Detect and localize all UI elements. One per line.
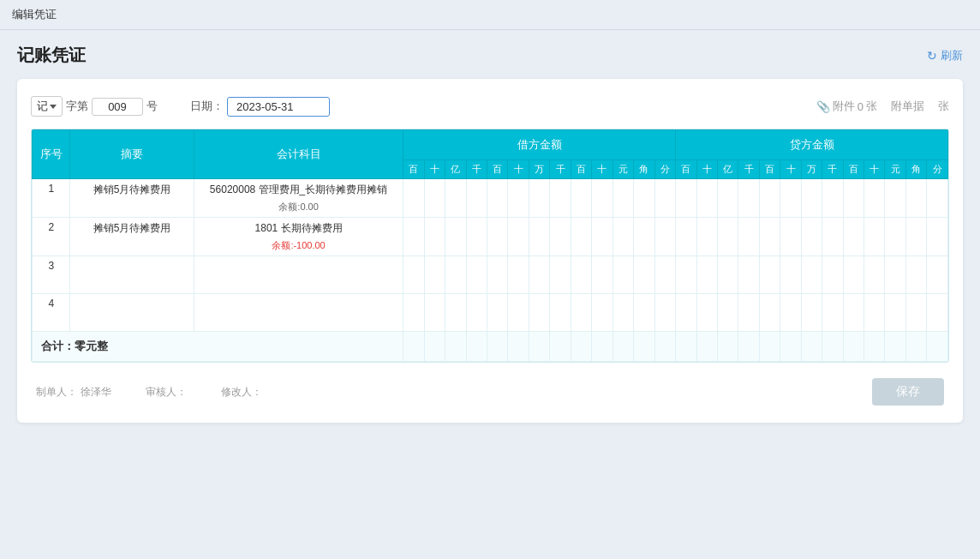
c4-7[interactable]	[822, 294, 843, 332]
c2-5[interactable]	[780, 218, 801, 256]
c1-2[interactable]	[717, 179, 738, 218]
d1-6[interactable]	[529, 179, 549, 218]
d4-5[interactable]	[508, 294, 529, 332]
c4-9[interactable]	[864, 294, 885, 332]
row-summary-1[interactable]: 摊销5月待摊费用	[70, 179, 194, 218]
row-summary-4[interactable]	[70, 294, 194, 332]
d1-11[interactable]	[634, 179, 654, 218]
c3-6[interactable]	[801, 256, 822, 294]
c4-0[interactable]	[676, 294, 696, 332]
d2-8[interactable]	[571, 218, 591, 256]
d2-12[interactable]	[654, 218, 676, 256]
d1-12[interactable]	[654, 179, 676, 218]
c4-4[interactable]	[759, 294, 780, 332]
d4-11[interactable]	[634, 294, 654, 332]
d1-2[interactable]	[445, 179, 466, 218]
d1-3[interactable]	[466, 179, 487, 218]
c3-11[interactable]	[905, 256, 926, 294]
d3-7[interactable]	[550, 256, 571, 294]
c1-0[interactable]	[676, 179, 696, 218]
c1-10[interactable]	[885, 179, 905, 218]
c2-7[interactable]	[822, 218, 843, 256]
c1-5[interactable]	[780, 179, 801, 218]
d3-3[interactable]	[466, 256, 487, 294]
c3-4[interactable]	[759, 256, 780, 294]
row-account-1[interactable]: 56020008 管理费用_长期待摊费用摊销 余额:0.00	[194, 179, 403, 218]
d4-12[interactable]	[654, 294, 676, 332]
c3-0[interactable]	[676, 256, 696, 294]
c2-4[interactable]	[759, 218, 780, 256]
c2-9[interactable]	[864, 218, 885, 256]
d4-1[interactable]	[424, 294, 445, 332]
d3-11[interactable]	[634, 256, 654, 294]
c1-11[interactable]	[905, 179, 926, 218]
c1-4[interactable]	[759, 179, 780, 218]
d1-5[interactable]	[508, 179, 529, 218]
c4-2[interactable]	[717, 294, 738, 332]
d3-12[interactable]	[654, 256, 676, 294]
c3-9[interactable]	[864, 256, 885, 294]
d2-7[interactable]	[550, 218, 571, 256]
c2-3[interactable]	[738, 218, 759, 256]
c2-2[interactable]	[717, 218, 738, 256]
row-account-3[interactable]	[194, 256, 403, 294]
d2-10[interactable]	[612, 218, 633, 256]
d4-8[interactable]	[571, 294, 591, 332]
d4-9[interactable]	[592, 294, 612, 332]
d2-9[interactable]	[592, 218, 612, 256]
d4-10[interactable]	[612, 294, 633, 332]
c4-11[interactable]	[905, 294, 926, 332]
c4-8[interactable]	[843, 294, 863, 332]
c2-8[interactable]	[843, 218, 863, 256]
voucher-type-dropdown[interactable]: 记	[31, 96, 63, 117]
c1-1[interactable]	[696, 179, 717, 218]
c3-3[interactable]	[738, 256, 759, 294]
refresh-button[interactable]: ↻ 刷新	[927, 48, 963, 63]
c4-6[interactable]	[801, 294, 822, 332]
c1-9[interactable]	[864, 179, 885, 218]
row-account-2[interactable]: 1801 长期待摊费用 余额:-100.00	[194, 218, 403, 256]
d3-9[interactable]	[592, 256, 612, 294]
d2-1[interactable]	[424, 218, 445, 256]
c1-8[interactable]	[843, 179, 863, 218]
c2-11[interactable]	[905, 218, 926, 256]
date-input[interactable]	[227, 97, 330, 117]
c3-12[interactable]	[927, 256, 948, 294]
d3-5[interactable]	[508, 256, 529, 294]
d2-3[interactable]	[466, 218, 487, 256]
d2-0[interactable]	[403, 218, 424, 256]
d1-1[interactable]	[424, 179, 445, 218]
d3-2[interactable]	[445, 256, 466, 294]
d2-4[interactable]	[487, 218, 508, 256]
c3-8[interactable]	[843, 256, 863, 294]
c2-1[interactable]	[696, 218, 717, 256]
row-summary-2[interactable]: 摊销5月待摊费用	[70, 218, 194, 256]
c4-5[interactable]	[780, 294, 801, 332]
d4-2[interactable]	[445, 294, 466, 332]
d3-0[interactable]	[403, 256, 424, 294]
d1-10[interactable]	[612, 179, 633, 218]
d4-6[interactable]	[529, 294, 549, 332]
d4-0[interactable]	[403, 294, 424, 332]
c4-10[interactable]	[885, 294, 905, 332]
c4-1[interactable]	[696, 294, 717, 332]
c1-7[interactable]	[822, 179, 843, 218]
c3-10[interactable]	[885, 256, 905, 294]
c3-2[interactable]	[717, 256, 738, 294]
row-summary-3[interactable]	[70, 256, 194, 294]
d3-4[interactable]	[487, 256, 508, 294]
d3-1[interactable]	[424, 256, 445, 294]
d3-10[interactable]	[612, 256, 633, 294]
d1-4[interactable]	[487, 179, 508, 218]
c2-12[interactable]	[927, 218, 948, 256]
c3-1[interactable]	[696, 256, 717, 294]
d2-5[interactable]	[508, 218, 529, 256]
d1-9[interactable]	[592, 179, 612, 218]
attachment-link[interactable]: 📎 附件 0 张	[816, 99, 877, 114]
attach-single-label[interactable]: 附单据	[891, 99, 924, 114]
d4-3[interactable]	[466, 294, 487, 332]
d2-2[interactable]	[445, 218, 466, 256]
d4-4[interactable]	[487, 294, 508, 332]
c2-6[interactable]	[801, 218, 822, 256]
c4-3[interactable]	[738, 294, 759, 332]
